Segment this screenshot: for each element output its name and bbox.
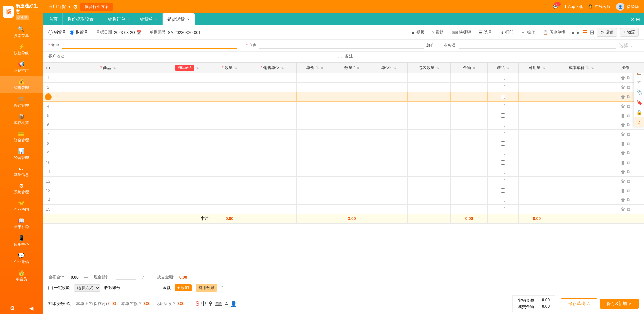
video-btn[interactable]: ▶ 视频	[409, 28, 427, 36]
one-key-payment[interactable]: 一键收款	[48, 285, 70, 291]
gift-cell[interactable]	[487, 73, 518, 83]
shortcut-btn[interactable]: ⌨ 快捷键	[449, 28, 474, 36]
sidebar-item-purchase[interactable]: 🛒 采购管理	[0, 93, 43, 111]
setup-btn[interactable]: ⚙ 设置	[597, 28, 617, 37]
app-download-btn[interactable]: ⬇ App下载	[564, 4, 583, 10]
delete-row-btn[interactable]: 🗑	[621, 150, 625, 156]
delete-row-btn[interactable]: 🗑	[621, 94, 625, 100]
unit2-cell[interactable]	[370, 73, 407, 83]
discount-input[interactable]	[116, 275, 136, 280]
gift-checkbox-active[interactable]	[501, 95, 505, 99]
warehouse-input[interactable]	[259, 42, 424, 49]
copy-row-btn[interactable]: ⧉	[627, 141, 630, 146]
header-dropdown-icon[interactable]: ▾	[68, 4, 70, 9]
gift-checkbox[interactable]	[501, 160, 505, 165]
print-btn[interactable]: 🖨 打印	[497, 28, 516, 36]
add-payment-btn[interactable]: + 添加	[175, 284, 192, 291]
radio-sales[interactable]: 销货单	[48, 29, 66, 35]
expense-help-icon[interactable]: ?	[221, 286, 223, 290]
tab-home[interactable]: 首页	[44, 13, 63, 25]
col-gift-sort[interactable]: ⇅	[506, 66, 509, 70]
copy-row-btn[interactable]: ⧉	[627, 197, 630, 203]
delete-row-btn[interactable]: 🗑	[621, 179, 625, 184]
sidebar-collapse-icon[interactable]: ◀	[29, 305, 33, 311]
gift-checkbox[interactable]	[501, 170, 505, 174]
unit-cell[interactable]	[248, 73, 297, 83]
col-uprice-sort[interactable]: ⇅	[321, 66, 323, 70]
online-service-btn[interactable]: 💁 在线客服	[588, 4, 610, 10]
copy-row-btn[interactable]: ⧉	[627, 131, 630, 137]
delete-row-btn[interactable]: 🗑	[621, 207, 625, 212]
delete-row-btn[interactable]: 🗑	[621, 197, 625, 203]
delete-row-btn[interactable]: 🗑	[621, 85, 625, 90]
col-qty2-sort[interactable]: ⇅	[357, 66, 359, 70]
delete-row-btn[interactable]: 🗑	[621, 188, 625, 193]
tab-sales-return[interactable]: 销货退货 ✕	[163, 13, 195, 25]
sidebar-item-operations[interactable]: 📊 经营管理	[0, 145, 43, 163]
col-packqty-sort[interactable]: ⇅	[436, 66, 439, 70]
sidebar-item-sales[interactable]: 💰 销售管理	[0, 76, 43, 93]
copy-row-btn[interactable]: ⧉	[627, 206, 630, 212]
col-settings-icon[interactable]: ⚙	[46, 65, 50, 71]
operate-btn[interactable]: ⋯ 操作	[519, 28, 538, 36]
address-input[interactable]	[67, 53, 335, 59]
warehouse-ellipsis[interactable]: ...	[437, 43, 441, 48]
col-qty-sort[interactable]: ⇅	[234, 66, 237, 70]
tab-sales-order[interactable]: 销售订单 ✕	[103, 13, 135, 25]
history-btn[interactable]: 📋 历史单据	[540, 28, 568, 36]
one-key-checkbox[interactable]	[48, 286, 53, 290]
sidebar-item-appstore[interactable]: 📱 应用中心	[0, 232, 43, 250]
account-ellipsis[interactable]: ...	[155, 286, 159, 290]
col-avail-sort[interactable]: ⇅	[542, 66, 545, 70]
receivable-help-icon[interactable]: ?	[173, 301, 175, 306]
customer-ellipsis[interactable]: ...	[239, 43, 244, 48]
copy-row-btn[interactable]: ⧉	[627, 113, 630, 118]
salesperson-ellipsis[interactable]: ...	[635, 43, 639, 48]
gift-checkbox[interactable]	[501, 132, 505, 136]
tool-s-icon[interactable]: S	[195, 300, 199, 307]
sidebar-item-finance[interactable]: 💳 资金管理	[0, 128, 43, 145]
gift-checkbox[interactable]	[501, 179, 505, 183]
col-cprice-sort[interactable]: ⇅	[591, 66, 594, 70]
right-btn-bookmark[interactable]: 🔖	[634, 97, 644, 107]
col-barcode-sort[interactable]: ⇅	[196, 66, 199, 70]
radio-return[interactable]: 退货单	[70, 29, 88, 35]
right-btn-lock[interactable]: 🔒	[634, 107, 644, 117]
copy-row-btn[interactable]: ⧉	[627, 169, 630, 175]
tab-more-icon[interactable]: ⊟	[636, 17, 640, 22]
save-draft-btn[interactable]: 保存草稿 ∧	[561, 298, 597, 309]
user-menu[interactable]: 👤 徐泽华	[616, 3, 639, 11]
gift-checkbox[interactable]	[501, 207, 505, 211]
logistics-btn[interactable]: + 物流	[620, 28, 639, 37]
gift-checkbox[interactable]	[501, 123, 505, 127]
copy-row-btn[interactable]: ⧉	[627, 188, 630, 193]
sidebar-item-inventory[interactable]: 📦 库存核算	[0, 111, 43, 128]
copy-row-btn[interactable]: ⧉	[627, 103, 630, 109]
amount-cell[interactable]	[450, 73, 487, 83]
radio-return-input[interactable]	[70, 30, 74, 35]
col-amount-sort[interactable]: ⇅	[473, 66, 475, 70]
copy-row-btn[interactable]: ⧉	[627, 150, 630, 156]
tool-zh-icon[interactable]: 中	[201, 300, 207, 308]
packqty-cell[interactable]	[407, 73, 450, 83]
gift-checkbox[interactable]	[501, 104, 505, 108]
sidebar-item-member[interactable]: 👑 畅会员	[0, 267, 43, 285]
tool-keyboard-icon[interactable]: ⌨	[215, 301, 222, 307]
discount-help-icon[interactable]: ?	[142, 275, 144, 280]
sidebar-item-basic[interactable]: 🗂 基础信息	[0, 163, 43, 180]
gift-checkbox[interactable]	[501, 141, 505, 146]
copy-row-btn[interactable]: ⧉	[627, 84, 630, 90]
delete-row-btn[interactable]: 🗑	[621, 122, 625, 128]
sidebar-item-system[interactable]: ⚙ 系统管理	[0, 180, 43, 197]
right-btn-star[interactable]: ☆	[634, 77, 644, 87]
delete-row-btn[interactable]: 🗑	[621, 160, 625, 165]
tab-close-sales-return[interactable]: ✕	[187, 18, 190, 21]
barcode-btn[interactable]: 扫码录入	[175, 65, 194, 71]
col-unit2-sort[interactable]: ⇅	[393, 66, 396, 70]
qty-cell[interactable]	[211, 73, 248, 83]
sidebar-item-search[interactable]: 🔍 搜索菜单	[0, 23, 43, 41]
account-input[interactable]	[124, 285, 151, 290]
header-settings-btn[interactable]: ⚙	[73, 4, 78, 10]
customer-input[interactable]	[62, 42, 237, 49]
sidebar-item-enterprise[interactable]: 🤝 企业协同	[0, 197, 43, 215]
